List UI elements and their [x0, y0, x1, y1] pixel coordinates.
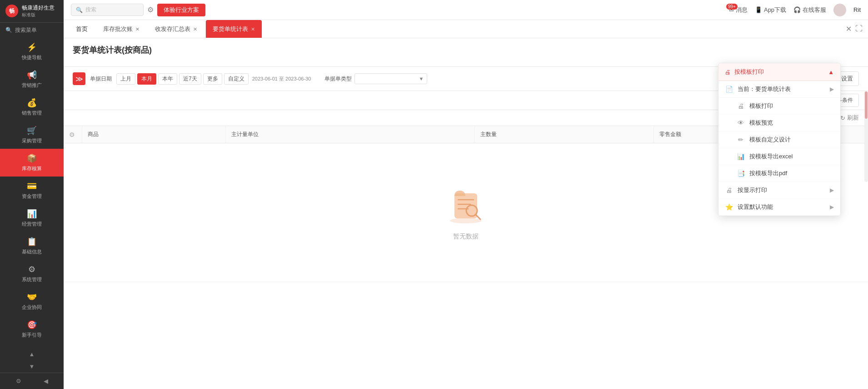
- dropdown-item-template-preview[interactable]: 👁 模板预览: [718, 115, 840, 131]
- sidebar-bottom: ⚙ ◀: [0, 373, 64, 389]
- dropdown-item-template-print[interactable]: 🖨 模板打印: [718, 98, 840, 115]
- tabbar-right-btns: ✕ ⛶: [846, 25, 863, 33]
- empty-text: 暂无数据: [453, 232, 479, 241]
- date-filter-label: 单据日期: [90, 75, 112, 83]
- sidebar-item-label: 快捷导航: [22, 54, 42, 61]
- sidebar-item-purchase[interactable]: 🛒 采购管理: [0, 121, 64, 149]
- dropdown-item-template-design-label: 模板自定义设计: [749, 136, 791, 144]
- tab-order-stats[interactable]: 要货单统计表 ✕: [206, 20, 262, 38]
- search-label: 搜索菜单: [15, 26, 37, 34]
- tab-inventory-batch[interactable]: 库存批次账 ✕: [96, 20, 146, 38]
- sidebar-scroll-down[interactable]: ▼: [0, 360, 64, 373]
- dropdown-item-template-pdf[interactable]: 📑 按模板导出pdf: [718, 165, 840, 182]
- topbar-right: ✉ 99+ 消息 📱 App下载 🎧 在线客服 Rit: [729, 4, 861, 16]
- app-version: 标准版: [22, 12, 55, 18]
- type-select-group: 单据单类型 ▼: [324, 73, 427, 84]
- dropdown-item-template-preview-label: 模板预览: [749, 119, 773, 127]
- dropdown-item-template-print-label: 模板打印: [749, 102, 773, 110]
- newguide-icon: 🎯: [27, 320, 37, 330]
- col-quantity: 主数量: [475, 126, 654, 143]
- sidebar-item-sales[interactable]: 💰 销售管理: [0, 93, 64, 121]
- app-name: 畅康通好生意: [22, 5, 55, 12]
- settings-icon[interactable]: ⚙: [16, 378, 21, 384]
- refresh-btn[interactable]: ↻ 刷新: [840, 114, 859, 122]
- sidebar-item-operation[interactable]: 📊 经营管理: [0, 204, 64, 232]
- dropdown-item-template-excel-label: 按模板导出excel: [749, 152, 793, 161]
- dropdown-item-current-label: 当前：要货单统计表: [738, 85, 791, 93]
- template-preview-icon: 👁: [737, 119, 745, 126]
- tab-receipt-summary[interactable]: 收发存汇总表 ✕: [148, 20, 204, 38]
- date-btn-7days[interactable]: 近7天: [179, 73, 201, 85]
- sidebar-item-label: 企业协同: [22, 304, 42, 311]
- col-settings[interactable]: ⚙: [64, 126, 82, 143]
- app-logo: 畅 畅康通好生意 标准版: [0, 0, 64, 23]
- dropdown-item-current[interactable]: 📄 当前：要货单统计表 ▶: [718, 81, 840, 98]
- tab-receipt-summary-label: 收发存汇总表: [155, 25, 190, 33]
- tabbar: 首页 库存批次账 ✕ 收发存汇总表 ✕ 要货单统计表 ✕ ✕ ⛶: [64, 20, 868, 38]
- sidebar-item-finance[interactable]: 💳 资金管理: [0, 177, 64, 204]
- dropdown-item-template-excel[interactable]: 📊 按模板导出excel: [718, 148, 840, 165]
- sidebar-item-shortcut[interactable]: ⚡ 快捷导航: [0, 38, 64, 66]
- tab-close-all-icon[interactable]: ✕: [846, 25, 852, 33]
- dropdown-item-default-func[interactable]: ⭐ 设置默认功能 ▶: [718, 199, 840, 216]
- messages-btn[interactable]: ✉ 99+ 消息: [729, 6, 748, 14]
- page-title: 要货单统计表(按商品): [73, 45, 859, 56]
- dropdown-popup: 🖨 按模板打印 ▲ 📄 当前：要货单统计表 ▶ 🖨 模板打印 👁 模板预览 ✏ …: [718, 63, 841, 216]
- tab-inventory-batch-label: 库存批次账: [103, 25, 133, 33]
- display-print-icon: 🖨: [725, 187, 733, 194]
- sidebar-item-label: 经营管理: [22, 221, 42, 227]
- tab-home[interactable]: 首页: [69, 20, 95, 38]
- sidebar-item-basic[interactable]: 📋 基础信息: [0, 232, 64, 260]
- topbar-gear-icon[interactable]: ⚙: [147, 5, 154, 14]
- tab-inventory-batch-close[interactable]: ✕: [135, 26, 140, 32]
- app-download-btn[interactable]: 📱 App下载: [755, 6, 786, 14]
- template-print-icon: 🖨: [737, 102, 745, 110]
- sidebar-item-label: 系统管理: [22, 276, 42, 283]
- sidebar-item-label: 采购管理: [22, 137, 42, 144]
- tab-order-stats-close[interactable]: ✕: [251, 26, 255, 32]
- sidebar-item-enterprise[interactable]: 🤝 企业协同: [0, 288, 64, 315]
- dropdown-chevron-up-icon[interactable]: ▲: [828, 69, 834, 76]
- type-select-wrap: ▼: [354, 73, 427, 84]
- date-btn-this-month[interactable]: 本月: [137, 73, 156, 85]
- date-btn-more[interactable]: 更多: [203, 73, 222, 85]
- right-scrollbar[interactable]: [864, 91, 868, 182]
- sidebar-item-newguide[interactable]: 🎯 新手引导: [0, 315, 64, 343]
- user-avatar[interactable]: [833, 4, 846, 16]
- sidebar-nav: ⚡ 快捷导航 📢 营销推广 💰 销售管理 🛒 采购管理 📦 库存核算 💳 资金管…: [0, 38, 64, 348]
- dropdown-header-label: 按模板打印: [734, 68, 764, 76]
- col-unit: 主计量单位: [225, 126, 475, 143]
- date-btn-last-month[interactable]: 上月: [116, 73, 135, 85]
- trial-btn[interactable]: 体验行业方案: [157, 4, 205, 16]
- tab-maximize-icon[interactable]: ⛶: [855, 25, 863, 33]
- tab-receipt-summary-close[interactable]: ✕: [193, 26, 197, 32]
- type-select-input[interactable]: [354, 73, 427, 84]
- template-pdf-icon: 📑: [737, 170, 745, 177]
- svg-point-0: [450, 218, 482, 223]
- online-service-btn[interactable]: 🎧 在线客服: [793, 6, 826, 14]
- dropdown-item-current-arrow: ▶: [830, 86, 834, 92]
- right-scrollbar-thumb: [865, 91, 868, 119]
- dropdown-item-template-design[interactable]: ✏ 模板自定义设计: [718, 131, 840, 148]
- finance-icon: 💳: [27, 181, 37, 191]
- sidebar-search[interactable]: 🔍 搜索菜单: [0, 23, 64, 38]
- sidebar-item-label: 库存核算: [22, 165, 42, 172]
- sidebar-item-label: 基础信息: [22, 248, 42, 255]
- dropdown-item-display-print[interactable]: 🖨 按显示打印 ▶: [718, 182, 840, 199]
- sidebar-scroll-up[interactable]: ▲: [0, 348, 64, 360]
- sidebar-item-appcenter[interactable]: 📱 应用中心: [0, 343, 64, 348]
- col-product: 商品: [82, 126, 225, 143]
- sidebar-item-label: 新手引导: [22, 332, 42, 338]
- empty-illustration: [443, 184, 489, 225]
- sidebar-item-system[interactable]: ⚙ 系统管理: [0, 260, 64, 288]
- sidebar-item-marketing[interactable]: 📢 营销推广: [0, 66, 64, 93]
- date-btn-custom[interactable]: 自定义: [224, 73, 249, 85]
- date-btn-this-year[interactable]: 本年: [158, 73, 177, 85]
- filter-expand-btn[interactable]: ≫: [73, 72, 85, 85]
- current-template-icon: 📄: [725, 86, 733, 93]
- sidebar-item-inventory[interactable]: 📦 库存核算: [0, 149, 64, 177]
- toggle-icon[interactable]: ◀: [44, 378, 48, 384]
- topbar-search-box[interactable]: 🔍 搜索: [71, 4, 144, 16]
- table-settings-icon[interactable]: ⚙: [69, 131, 75, 138]
- refresh-icon: ↻: [840, 115, 845, 121]
